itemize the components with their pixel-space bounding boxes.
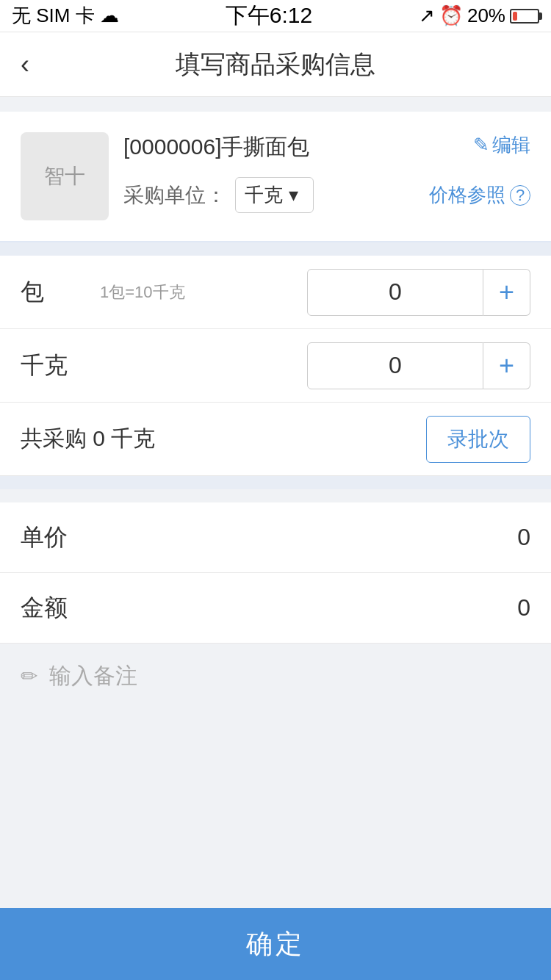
info-icon: ? <box>510 185 530 206</box>
notes-section[interactable]: ✏ 输入备注 <box>0 644 551 709</box>
pencil-icon: ✏ <box>21 664 37 688</box>
product-logo-text: 智十 <box>44 162 85 190</box>
unit-label: 采购单位： <box>123 181 226 209</box>
price-section: 单价 0 金额 0 <box>0 502 551 644</box>
alarm-icon: ⏰ <box>439 4 463 27</box>
status-right: ↗ ⏰ 20% <box>419 4 539 27</box>
edit-button[interactable]: ✎ 编辑 <box>473 132 530 158</box>
record-batch-button[interactable]: 录批次 <box>426 416 530 463</box>
unit-select[interactable]: 千克 ▾ <box>235 177 314 213</box>
back-button[interactable]: ‹ <box>21 49 29 80</box>
edit-label: 编辑 <box>492 132 530 158</box>
kg-plus-button[interactable]: + <box>483 342 530 389</box>
summary-row: 共采购 0 千克 录批次 <box>0 403 551 476</box>
unit-selector-wrapper: 采购单位： 千克 ▾ <box>123 177 314 213</box>
kg-label: 千克 <box>21 350 94 382</box>
bag-sublabel: 1包=10千克 <box>100 281 185 303</box>
unit-price-value: 0 <box>517 524 530 551</box>
input-section: 包 1包=10千克 0 + 千克 0 + 共采购 0 千克 录批次 <box>0 256 551 476</box>
price-ref-button[interactable]: 价格参照 ? <box>429 182 530 208</box>
amount-row: 金额 0 <box>0 573 551 644</box>
kg-input-row: 千克 0 + <box>0 329 551 403</box>
product-image: 智十 <box>21 132 109 220</box>
unit-value: 千克 <box>245 182 283 208</box>
product-name: [0000006]手撕面包 <box>123 132 309 162</box>
edit-icon: ✎ <box>473 134 489 156</box>
section-separator-2 <box>0 476 551 489</box>
status-left: 无 SIM 卡 ☁ <box>12 3 119 29</box>
sim-status: 无 SIM 卡 ☁ <box>12 3 119 29</box>
product-info: [0000006]手撕面包 ✎ 编辑 采购单位： 千克 ▾ 价格参照 ? <box>123 132 530 213</box>
product-name-row: [0000006]手撕面包 ✎ 编辑 <box>123 132 530 162</box>
product-unit-row: 采购单位： 千克 ▾ 价格参照 ? <box>123 177 530 213</box>
page-title: 填写商品采购信息 <box>176 48 375 82</box>
dropdown-icon: ▾ <box>289 184 298 206</box>
amount-value: 0 <box>517 594 530 621</box>
bag-input[interactable]: 0 <box>307 269 483 316</box>
notes-placeholder: 输入备注 <box>49 661 137 691</box>
section-separator-1 <box>0 242 551 256</box>
kg-control: 0 + <box>94 342 530 389</box>
bag-control: 0 + <box>185 269 530 316</box>
status-bar: 无 SIM 卡 ☁ 下午6:12 ↗ ⏰ 20% <box>0 0 551 32</box>
nav-bar: ‹ 填写商品采购信息 <box>0 32 551 97</box>
kg-input[interactable]: 0 <box>307 342 483 389</box>
battery-percent: 20% <box>467 4 505 27</box>
summary-text: 共采购 0 千克 <box>21 424 155 454</box>
bag-input-row: 包 1包=10千克 0 + <box>0 256 551 329</box>
amount-label: 金额 <box>21 592 68 624</box>
unit-price-row: 单价 0 <box>0 502 551 573</box>
price-ref-label: 价格参照 <box>429 182 505 208</box>
confirm-button[interactable]: 确定 <box>0 908 551 980</box>
bag-plus-button[interactable]: + <box>483 269 530 316</box>
unit-price-label: 单价 <box>21 522 68 554</box>
bag-label: 包 <box>21 276 94 309</box>
battery-icon <box>510 9 539 24</box>
location-icon: ↗ <box>419 4 435 27</box>
content-spacer <box>0 709 551 900</box>
product-card: 智十 [0000006]手撕面包 ✎ 编辑 采购单位： 千克 ▾ 价格参照 ? <box>0 112 551 242</box>
battery-fill <box>513 12 517 21</box>
status-time: 下午6:12 <box>226 1 312 31</box>
